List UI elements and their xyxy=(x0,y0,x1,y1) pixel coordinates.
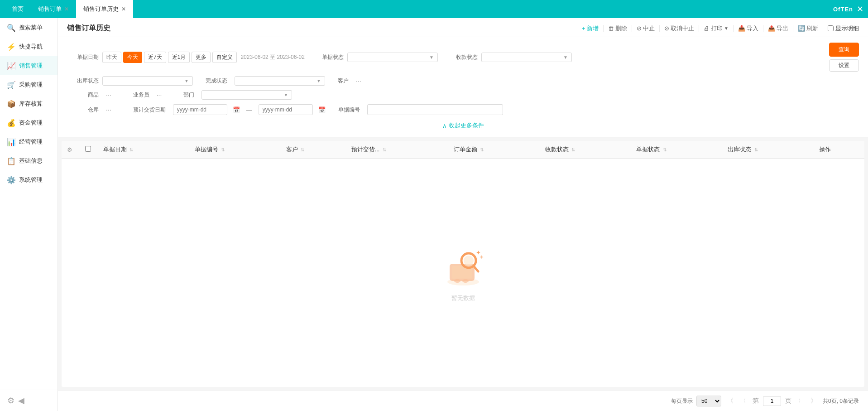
sidebar-item-capital-mgmt[interactable]: 💰 资金管理 xyxy=(0,113,58,132)
basic-info-icon: 📋 xyxy=(7,157,15,165)
sidebar-item-sys-mgmt[interactable]: ⚙️ 系统管理 xyxy=(0,170,58,189)
export-button[interactable]: 📤 导出 xyxy=(768,24,788,33)
sidebar-collapse-icon[interactable]: ◀ xyxy=(18,396,24,406)
sidebar-item-sales-mgmt[interactable]: 📈 销售管理 xyxy=(0,56,58,75)
th-date: 单据日期 ⇅ xyxy=(98,141,189,159)
bill-status-group: 单据状态 ▼ xyxy=(322,53,438,62)
out-status-arrow: ▼ xyxy=(184,78,189,83)
warehouse-dots[interactable]: ··· xyxy=(106,106,111,113)
new-button[interactable]: + 新增 xyxy=(582,24,599,33)
salesman-dots[interactable]: ··· xyxy=(157,92,162,99)
date-btn-yesterday[interactable]: 昨天 xyxy=(102,52,121,63)
topbar-right: OfTEn ✕ xyxy=(833,4,863,14)
sort-delivery-icon[interactable]: ⇅ xyxy=(383,147,386,152)
date-btn-1month[interactable]: 近1月 xyxy=(168,52,190,63)
cancel-stop-icon: ⊘ xyxy=(664,25,669,32)
th-checkbox xyxy=(80,141,98,159)
cancel-stop-button[interactable]: ⊘ 取消中止 xyxy=(664,24,694,33)
content-area: 销售订单历史 + 新增 🗑 删除 ⊘ 中止 ⊘ 取消中止 xyxy=(58,18,868,411)
sort-amount-icon[interactable]: ⇅ xyxy=(480,147,484,152)
date-btn-more[interactable]: 更多 xyxy=(192,52,211,63)
tab-sales-order[interactable]: 销售订单 ✕ xyxy=(31,0,76,18)
settings-button[interactable]: 设置 xyxy=(829,59,859,72)
page-suffix: 页 xyxy=(783,396,794,406)
calendar-from-icon[interactable]: 📅 xyxy=(233,106,240,113)
brand-text: OfTEn xyxy=(833,6,853,13)
bill-no-input[interactable] xyxy=(367,104,503,115)
pagination-prev[interactable]: 〈 xyxy=(738,396,748,406)
page-size-select[interactable]: 10 20 50 100 xyxy=(696,396,721,406)
empty-text: 暂无数据 xyxy=(451,294,475,302)
sort-bill-no-icon[interactable]: ⇅ xyxy=(221,147,225,152)
date-btn-today[interactable]: 今天 xyxy=(123,52,142,63)
date-btn-7days[interactable]: 近7天 xyxy=(144,52,166,63)
refresh-button[interactable]: 🔄 刷新 xyxy=(798,24,818,33)
empty-state: ✦ ✦ 暂无数据 xyxy=(62,159,864,387)
toolbar-sep-7 xyxy=(793,25,793,32)
th-customer: 客户 ⇅ xyxy=(281,141,346,159)
delivery-date-to[interactable] xyxy=(259,104,313,115)
page-size-label: 每页显示 xyxy=(671,397,693,405)
dept-select[interactable]: ▼ xyxy=(201,90,292,100)
delete-button[interactable]: 🗑 删除 xyxy=(608,24,627,33)
close-tab-sales-history[interactable]: ✕ xyxy=(121,6,126,12)
sort-customer-icon[interactable]: ⇅ xyxy=(301,147,304,152)
chevron-up-icon: ∧ xyxy=(442,122,447,129)
out-status-select[interactable]: ▼ xyxy=(102,76,193,86)
purchase-mgmt-icon: 🛒 xyxy=(7,81,15,89)
calendar-to-icon[interactable]: 📅 xyxy=(318,106,326,113)
pagination-next[interactable]: 〉 xyxy=(796,396,806,406)
sidebar-item-ops-mgmt[interactable]: 📊 经营管理 xyxy=(0,132,58,151)
sidebar-item-basic-info[interactable]: 📋 基础信息 xyxy=(0,151,58,170)
table-settings-icon[interactable]: ⚙ xyxy=(67,146,72,153)
page-label: 第 xyxy=(750,396,761,406)
sidebar-item-label: 基础信息 xyxy=(19,157,43,165)
filter-row-1: 单据日期 昨天 今天 近7天 近1月 更多 自定义 2023-06-02 至 2… xyxy=(67,43,859,72)
bill-status-select[interactable]: ▼ xyxy=(347,53,438,62)
import-button[interactable]: 📥 导入 xyxy=(738,24,758,33)
payment-status-select[interactable]: ▼ xyxy=(481,53,572,62)
customer-dots[interactable]: ··· xyxy=(356,77,361,85)
sidebar-settings-icon[interactable]: ⚙ xyxy=(7,396,14,406)
display-fields-checkbox[interactable]: 显示明细 xyxy=(828,24,859,33)
collapse-more[interactable]: ∧ 收起更多条件 xyxy=(67,120,859,131)
sys-mgmt-icon: ⚙️ xyxy=(7,176,15,184)
page-number-input[interactable]: 1 xyxy=(763,396,781,406)
pagination-last[interactable]: 》 xyxy=(808,396,819,406)
table-area: ⚙ 单据日期 ⇅ 单据编号 ⇅ xyxy=(62,141,864,387)
sidebar-item-search-menu[interactable]: 🔍 搜索菜单 xyxy=(0,18,58,37)
sort-bill-status-icon[interactable]: ⇅ xyxy=(663,147,667,152)
stop-button[interactable]: ⊘ 中止 xyxy=(637,24,655,33)
display-fields-input[interactable] xyxy=(828,25,834,31)
sidebar-item-purchase-mgmt[interactable]: 🛒 采购管理 xyxy=(0,75,58,94)
sort-payment-status-icon[interactable]: ⇅ xyxy=(571,147,575,152)
pagination-first[interactable]: 《 xyxy=(725,396,736,406)
sort-out-status-icon[interactable]: ⇅ xyxy=(754,147,758,152)
tab-sales-history[interactable]: 销售订单历史 ✕ xyxy=(76,0,133,18)
toolbar: + 新增 🗑 删除 ⊘ 中止 ⊘ 取消中止 🖨 xyxy=(582,24,859,33)
sidebar-item-quick-nav[interactable]: ⚡ 快捷导航 xyxy=(0,37,58,56)
goods-dots[interactable]: ··· xyxy=(106,92,111,99)
data-table: ⚙ 单据日期 ⇅ 单据编号 ⇅ xyxy=(62,141,864,159)
sort-date-icon[interactable]: ⇅ xyxy=(129,147,133,152)
goods-label: 商品 xyxy=(67,91,99,99)
select-all-checkbox[interactable] xyxy=(85,146,91,152)
delivery-date-from[interactable] xyxy=(173,104,227,115)
sidebar-item-label: 快捷导航 xyxy=(19,43,43,51)
date-btn-custom[interactable]: 自定义 xyxy=(212,52,237,63)
search-button[interactable]: 查询 xyxy=(829,43,859,57)
toolbar-sep-3 xyxy=(659,25,660,32)
topbar-close-icon[interactable]: ✕ xyxy=(857,4,863,14)
pagination-total: 共0页, 0条记录 xyxy=(823,397,859,405)
tab-home[interactable]: 首页 xyxy=(5,0,31,18)
dept-label: 部门 xyxy=(183,91,194,99)
toolbar-sep-2 xyxy=(632,25,632,32)
close-tab-sales-order[interactable]: ✕ xyxy=(64,6,69,12)
print-icon: 🖨 xyxy=(704,25,710,32)
print-arrow-icon: ▼ xyxy=(724,26,729,31)
bill-status-label: 单据状态 xyxy=(322,53,344,61)
complete-status-select[interactable]: ▼ xyxy=(235,76,325,86)
print-button[interactable]: 🖨 打印 ▼ xyxy=(704,24,729,33)
out-status-label: 出库状态 xyxy=(67,77,99,85)
sidebar-item-inventory[interactable]: 📦 库存核算 xyxy=(0,94,58,113)
